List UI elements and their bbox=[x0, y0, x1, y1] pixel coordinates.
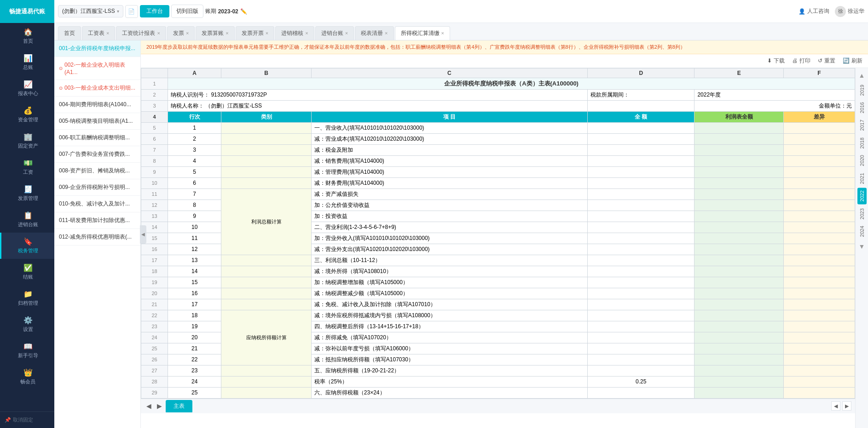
table-row: 3 纳税人名称： （勿删）江西服宝-LSS 金额单位：元 bbox=[141, 100, 855, 111]
tab-close-icon[interactable]: × bbox=[385, 31, 388, 36]
spreadsheet-table: A B C D E F 1 bbox=[141, 68, 855, 399]
year-item-2020[interactable]: 2020 bbox=[857, 152, 867, 169]
sidebar-item-settings[interactable]: ⚙️ 设置 bbox=[0, 311, 54, 337]
sidebar-item-home[interactable]: 🏠 首页 bbox=[0, 23, 54, 49]
left-menu-011[interactable]: 011-研发费用加计扣除优惠... bbox=[54, 212, 140, 229]
sheet-tab-next[interactable]: ▶ bbox=[155, 402, 164, 410]
year-item-2024[interactable]: 2024 bbox=[857, 223, 867, 240]
print-button[interactable]: 🖨 打印 bbox=[792, 57, 810, 65]
tab-close-icon[interactable]: × bbox=[157, 31, 160, 36]
table-row: 19 15 加：纳税调整增加额（填写A105000） bbox=[141, 277, 855, 288]
col-label-profit: 利润表全额 bbox=[694, 111, 784, 122]
sidebar-item-closing[interactable]: ✅ 结账 bbox=[0, 259, 54, 285]
tab-invoice[interactable]: 发票 × bbox=[167, 26, 195, 40]
sidebar-item-capital[interactable]: 💰 资金管理 bbox=[0, 102, 54, 128]
tab-invoice-open[interactable]: 发票开票 × bbox=[236, 26, 274, 40]
edit-period-icon[interactable]: ✏️ bbox=[240, 8, 247, 15]
tab-purchase-check[interactable]: 进销稽核 × bbox=[275, 26, 314, 40]
sidebar-item-invoice[interactable]: 🧾 发票管理 bbox=[0, 180, 54, 206]
corner-header bbox=[141, 68, 168, 78]
sidebar-item-archive[interactable]: 📁 归档管理 bbox=[0, 285, 54, 311]
tab-invoice-calc[interactable]: 发票算账 × bbox=[196, 26, 234, 40]
sidebar-item-guide[interactable]: 📖 新手引导 bbox=[0, 337, 54, 364]
sheet-tabs: ◀ ▶ 主表 ◀ ▶ bbox=[141, 399, 855, 413]
chevron-down-icon: ▾ bbox=[117, 9, 119, 14]
year-panel-up-icon[interactable]: ▲ bbox=[857, 70, 867, 81]
spreadsheet-wrapper[interactable]: A B C D E F 1 bbox=[141, 68, 855, 428]
tab-close-icon[interactable]: × bbox=[345, 31, 348, 36]
col-label-line: 行次 bbox=[168, 111, 221, 122]
tab-income-tax[interactable]: 所得税汇算清缴 × bbox=[395, 26, 450, 40]
left-menu-001[interactable]: 001-企业所得税年度纳税申报... bbox=[54, 40, 140, 57]
table-row: 9 5 减：管理费用(填写A104000) bbox=[141, 166, 855, 177]
sidebar-item-purchase[interactable]: 📋 进销台账 bbox=[0, 206, 54, 233]
panel-collapse-button[interactable]: ◀ bbox=[140, 225, 146, 244]
download-button[interactable]: ⬇ 下载 bbox=[767, 57, 785, 65]
tax-icon: 🔖 bbox=[23, 237, 33, 246]
left-menu-008[interactable]: 008-资产折旧、摊销及纳税... bbox=[54, 163, 140, 179]
sheet-tab-prev[interactable]: ◀ bbox=[145, 402, 153, 410]
sidebar-item-fixed[interactable]: 🏢 固定资产 bbox=[0, 128, 54, 154]
company-selector[interactable]: (勿删）江西服宝-LSS ▾ bbox=[58, 5, 123, 17]
work-platform-button[interactable]: 工作台 bbox=[140, 5, 169, 17]
left-menu-007[interactable]: 007-广告费和业务宣传费跌... bbox=[54, 146, 140, 163]
user-profile[interactable]: 徐 徐运华 bbox=[835, 6, 864, 17]
table-row: 28 24 税率（25%） 0.25 bbox=[141, 376, 855, 387]
left-menu-003[interactable]: ⊙ 003-一般企业成本支出明细... bbox=[54, 80, 140, 97]
scroll-left-btn[interactable]: ◀ bbox=[831, 401, 840, 411]
left-menu-012[interactable]: 012-减免所得税优惠明细表(... bbox=[54, 229, 140, 245]
tab-home[interactable]: 首页 bbox=[58, 26, 81, 40]
left-menu-009[interactable]: 009-企业所得税附补亏损明... bbox=[54, 179, 140, 196]
refresh-button[interactable]: 🔄 刷新 bbox=[843, 57, 862, 65]
tab-salary[interactable]: 工资表 × bbox=[82, 26, 115, 40]
reset-button[interactable]: ↺ 重置 bbox=[818, 57, 835, 65]
error-icon: ⊙ bbox=[59, 86, 63, 91]
main-area: (勿删）江西服宝-LSS ▾ 📄 工作台 切到旧版 账期 2023-02 ✏️ … bbox=[54, 0, 868, 428]
report-icon: 📈 bbox=[23, 80, 33, 89]
tab-close-icon[interactable]: × bbox=[266, 31, 268, 36]
table-row: 7 3 减：税金及附加 bbox=[141, 144, 855, 155]
sheet-tab-main[interactable]: 主表 bbox=[166, 400, 192, 412]
left-menu-002[interactable]: ⊙ 002-一般企业收入明细表(A1... bbox=[54, 57, 140, 80]
year-item-2016[interactable]: 2016 bbox=[857, 99, 867, 116]
col-label-diff: 差异 bbox=[784, 111, 855, 122]
document-icon-btn[interactable]: 📄 bbox=[125, 5, 138, 18]
sidebar-item-salary[interactable]: 💵 工资 bbox=[0, 154, 54, 180]
left-menu-004[interactable]: 004-期间费用明细表(A1040... bbox=[54, 97, 140, 113]
year-item-2018[interactable]: 2018 bbox=[857, 135, 867, 151]
tab-close-icon[interactable]: × bbox=[106, 31, 109, 36]
table-row: 27 23 五、应纳税所得额（19-20-21-22） bbox=[141, 365, 855, 376]
switch-version-button[interactable]: 切到旧版 bbox=[171, 5, 203, 18]
tab-purchase-ledger[interactable]: 进销台账 × bbox=[315, 26, 354, 40]
sidebar-item-member[interactable]: 👑 畅会员 bbox=[0, 364, 54, 390]
tab-close-active-icon[interactable]: × bbox=[441, 31, 444, 36]
year-item-2019[interactable]: 2019 bbox=[857, 82, 867, 98]
left-menu-006[interactable]: 006-职工薪酬纳税调整明细... bbox=[54, 130, 140, 146]
scroll-right-btn[interactable]: ▶ bbox=[842, 401, 851, 411]
table-row: 5 1 一、营业收入(填写A101010\101020\103000) bbox=[141, 122, 855, 133]
left-menu-010[interactable]: 010-免税、减计收入及加计... bbox=[54, 196, 140, 212]
year-panel-down-icon[interactable]: ▼ bbox=[857, 241, 867, 252]
year-item-2022[interactable]: 2022 bbox=[857, 188, 867, 204]
left-menu-005[interactable]: 005-纳税调整项目明细表(A1... bbox=[54, 113, 140, 130]
tab-tax-table[interactable]: 税表清册 × bbox=[355, 26, 393, 40]
year-item-2023[interactable]: 2023 bbox=[857, 205, 867, 222]
tab-salary-report[interactable]: 工资统计报表 × bbox=[116, 26, 166, 40]
col-label-amount: 全 额 bbox=[588, 111, 694, 122]
sidebar-item-report[interactable]: 📈 报表中心 bbox=[0, 75, 54, 102]
capital-icon: 💰 bbox=[23, 106, 33, 115]
tab-close-icon[interactable]: × bbox=[186, 31, 189, 36]
sidebar-item-ledger[interactable]: 📊 总账 bbox=[0, 49, 54, 75]
row-number: 2 bbox=[141, 89, 168, 100]
pin-icon: 📌 bbox=[5, 417, 11, 423]
user-service[interactable]: 👤 人工咨询 bbox=[799, 7, 829, 15]
tab-close-icon[interactable]: × bbox=[305, 31, 308, 36]
row-number: 4 bbox=[141, 111, 168, 122]
sidebar-pin-btn[interactable]: 📌 取消固定 bbox=[0, 411, 54, 428]
sidebar-item-tax[interactable]: 🔖 税务管理 bbox=[0, 233, 54, 259]
tab-close-icon[interactable]: × bbox=[226, 31, 228, 36]
year-item-2017[interactable]: 2017 bbox=[857, 117, 867, 133]
avatar: 徐 bbox=[835, 6, 846, 17]
table-row: 20 16 减：纳税调整减少额（填写A105000） bbox=[141, 288, 855, 299]
year-item-2021[interactable]: 2021 bbox=[857, 170, 867, 187]
